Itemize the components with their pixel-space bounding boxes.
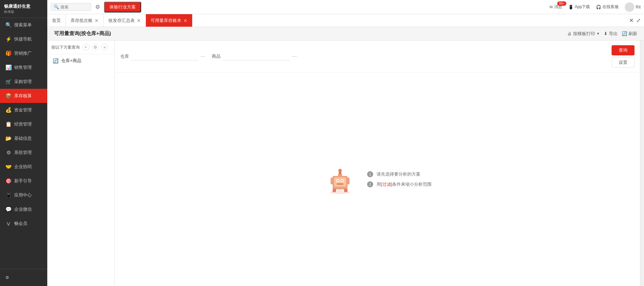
sidebar-item-enterprise[interactable]: 🤝企业协同	[0, 160, 47, 174]
filter-collapse-button[interactable]: «	[101, 44, 108, 51]
tab-close-summary[interactable]: ✕	[137, 18, 141, 23]
topbar-right: ✉ 消息 99+ 📱 App下载 🎧 在线客服 Rit	[549, 2, 641, 12]
warehouse-more-icon[interactable]: ···	[201, 53, 205, 59]
tab-close-batch[interactable]: ✕	[95, 18, 99, 23]
warehouse-label: 仓库	[120, 53, 129, 59]
svg-rect-9	[331, 178, 333, 184]
step1-text: 请先选择要分析的方案	[377, 171, 420, 177]
goods-more-icon[interactable]: ···	[292, 53, 297, 59]
sidebar-scroll: 🔍搜索菜单⚡快捷导航🎁营销推广📊销售管理🛒采购管理📦库存核算💰资金管理📋经营管理…	[0, 18, 47, 269]
export-label: 导出	[609, 31, 618, 37]
tabs-bar: 首页库存批次账✕收发存汇总表✕可用量库存账本✕✕⤢	[47, 14, 644, 27]
sidebar-label-enterprise: 企业协同	[14, 164, 32, 170]
sidebar-item-shortcut[interactable]: ⚡快捷导航	[0, 32, 47, 46]
refresh-label: 刷新	[628, 31, 637, 37]
sidebar-label-wechat: 企业微信	[14, 206, 32, 212]
sidebar-label-inventory: 库存核算	[14, 93, 32, 99]
sidebar-label-member: 畅会员	[14, 220, 27, 227]
sidebar-icon-system: ⚙	[5, 150, 11, 156]
setting-button[interactable]: 设置	[612, 57, 635, 68]
expand-icon[interactable]: ⤢	[636, 17, 641, 24]
sidebar-item-member[interactable]: V畅会员	[0, 216, 47, 231]
sidebar-item-marketing[interactable]: 🎁营销推广	[0, 46, 47, 60]
filter-scheme-item[interactable]: 🔄 仓库+商品	[47, 54, 114, 67]
step2-num: 2	[367, 181, 373, 187]
sidebar-bottom-settings[interactable]: ⚙	[0, 272, 47, 283]
topbar-search[interactable]: 🔍	[51, 3, 91, 11]
close-icon[interactable]: ✕	[629, 17, 634, 24]
message-button[interactable]: ✉ 消息 99+	[549, 4, 562, 10]
print-icon: 🖨	[567, 31, 572, 36]
empty-step2: 2 用[过滤]条件来缩小分析范围	[367, 181, 432, 187]
print-label: 按模板打印	[573, 31, 595, 37]
sidebar-label-apps: 应用中心	[14, 192, 32, 198]
filter-add-button[interactable]: +	[82, 44, 89, 51]
step2-highlight: 过滤	[382, 182, 391, 187]
tab-label-summary: 收发存汇总表	[108, 18, 135, 24]
sidebar-item-finance[interactable]: 💰资金管理	[0, 103, 47, 117]
sidebar-item-basic[interactable]: 📂基础信息	[0, 131, 47, 146]
step1-num: 1	[367, 171, 373, 177]
message-badge: 99+	[557, 1, 566, 6]
svg-point-8	[338, 169, 342, 172]
tab-home[interactable]: 首页	[47, 14, 66, 27]
search-input[interactable]	[60, 5, 87, 9]
service-button[interactable]: 🎧 在线客服	[596, 4, 619, 10]
sidebar-icon-finance: 💰	[5, 107, 11, 113]
sidebar-item-system[interactable]: ⚙系统管理	[0, 146, 47, 160]
refresh-button[interactable]: 🔄 刷新	[622, 31, 637, 37]
sidebar-item-inventory[interactable]: 📦库存核算	[0, 89, 47, 103]
goods-input[interactable]	[223, 52, 290, 60]
service-label: 在线客服	[602, 4, 619, 10]
empty-state: 1 请先选择要分析的方案 2 用[过滤]条件来缩小分析范围	[115, 73, 640, 286]
sidebar-icon-sales: 📊	[5, 64, 11, 71]
warehouse-input[interactable]	[131, 52, 199, 60]
tab-label-home: 首页	[52, 18, 61, 24]
topbar-gear-icon[interactable]: ⚙	[94, 2, 101, 11]
tab-batch[interactable]: 库存批次账✕	[66, 14, 104, 27]
sidebar-logo: 畅康通好生意 标准版	[0, 0, 47, 18]
trial-button[interactable]: 体验行业方案	[104, 2, 141, 12]
page-header: 可用量查询(按仓库+商品) 🖨 按模板打印 ▼ ⬇ 导出 🔄 刷新	[47, 27, 644, 41]
sidebar-item-guide[interactable]: 🎯新手引导	[0, 174, 47, 188]
sidebar-icon-marketing: 🎁	[5, 50, 11, 56]
query-button-group: 查询 设置	[612, 44, 635, 69]
print-button[interactable]: 🖨 按模板打印 ▼	[567, 31, 600, 37]
empty-text: 1 请先选择要分析的方案 2 用[过滤]条件来缩小分析范围	[367, 171, 432, 187]
search-icon: 🔍	[54, 4, 59, 9]
settings-icon: ⚙	[5, 275, 9, 280]
sidebar-item-apps[interactable]: 📱应用中心	[0, 188, 47, 202]
sidebar-item-operation[interactable]: 📋经营管理	[0, 117, 47, 131]
topbar: 🔍 ⚙ 体验行业方案 ✉ 消息 99+ 📱 App下载 🎧 在线客服 Rit	[47, 0, 644, 14]
sidebar-label-system: 系统管理	[14, 150, 32, 156]
page-title: 可用量查询(按仓库+商品)	[54, 30, 111, 37]
sidebar-icon-enterprise: 🤝	[5, 164, 11, 170]
service-icon: 🎧	[596, 5, 601, 9]
sidebar-item-wechat[interactable]: 💬企业微信	[0, 202, 47, 216]
query-area: 仓库 ··· 商品 ··· 查询 设置	[115, 41, 640, 286]
filter-panel-header: 按以下方案查询 + ⚙ «	[47, 41, 114, 54]
sidebar-label-finance: 资金管理	[14, 107, 32, 113]
user-name: Rit	[636, 5, 641, 9]
tab-summary[interactable]: 收发存汇总表✕	[104, 14, 146, 27]
svg-rect-10	[347, 178, 350, 184]
sidebar-icon-basic: 📂	[5, 135, 11, 141]
export-icon: ⬇	[604, 31, 608, 36]
tab-available[interactable]: 可用量库存账本✕	[146, 14, 192, 27]
tab-close-available[interactable]: ✕	[183, 18, 187, 23]
warehouse-filter: 仓库 ···	[120, 52, 205, 60]
sidebar-item-search[interactable]: 🔍搜索菜单	[0, 18, 47, 32]
sidebar-item-purchase[interactable]: 🛒采购管理	[0, 75, 47, 89]
svg-rect-12	[344, 189, 347, 192]
app-download-button[interactable]: 📱 App下载	[568, 4, 590, 10]
page-actions: 🖨 按模板打印 ▼ ⬇ 导出 🔄 刷新	[567, 31, 637, 37]
export-button[interactable]: ⬇ 导出	[604, 31, 618, 37]
print-dropdown-icon: ▼	[596, 32, 600, 35]
sidebar-item-sales[interactable]: 📊销售管理	[0, 60, 47, 75]
query-filters: 仓库 ··· 商品 ··· 查询 设置	[115, 41, 640, 73]
query-button[interactable]: 查询	[612, 45, 635, 55]
filter-settings-button[interactable]: ⚙	[92, 44, 99, 51]
tab-expand-area: ✕⤢	[626, 17, 644, 24]
filter-panel: 按以下方案查询 + ⚙ « 🔄 仓库+商品	[47, 41, 115, 286]
user-avatar-area[interactable]: Rit	[625, 2, 641, 12]
